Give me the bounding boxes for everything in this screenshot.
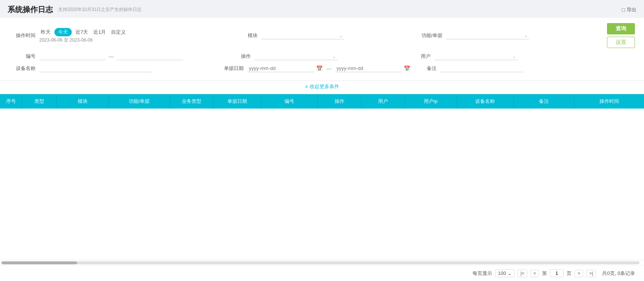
- function-select[interactable]: ⌄: [446, 32, 529, 39]
- col-function: 功能/单据: [109, 94, 170, 109]
- pagination: 每页显示 100 ⌄ |< < 第 页 > >| 共0页, 0条记录: [0, 265, 644, 281]
- time-filter-wrapper: 昨天 今天 近7天 近1月 自定义 2023-06-06 至 2023-06-0…: [39, 28, 127, 43]
- time-range: 2023-06-06 至 2023-06-06: [39, 37, 127, 43]
- table-header: 序号 类型 模块 功能/单据 业务类型 单据日期 编号 操作 用户 用户ip 设…: [0, 94, 644, 109]
- action-buttons: 查询 设置: [607, 23, 635, 48]
- device-label: 设备名称: [9, 65, 36, 72]
- page-size-value: 100: [498, 270, 506, 276]
- table-header-row: 序号 类型 模块 功能/单据 业务类型 单据日期 编号 操作 用户 用户ip 设…: [0, 94, 644, 109]
- filter-row-1: 操作时间 昨天 今天 近7天 近1月 自定义 2023-06-06 至 2023…: [9, 23, 635, 48]
- time-filter-col: 操作时间 昨天 今天 近7天 近1月 自定义 2023-06-06 至 2023…: [9, 28, 231, 43]
- user-col: 用户 ⌄: [404, 53, 584, 60]
- export-label: 导出: [627, 6, 636, 13]
- page-size-label: 每页显示: [473, 270, 492, 277]
- col-user-ip: 用户ip: [405, 94, 457, 109]
- time-btn-custom[interactable]: 自定义: [110, 28, 127, 36]
- page-number-input[interactable]: [550, 269, 564, 277]
- number-input-end[interactable]: [117, 53, 183, 60]
- module-label: 模块: [231, 32, 258, 39]
- collapse-button[interactable]: ∧ 收起更多条件: [305, 83, 339, 90]
- col-voucher-date: 单据日期: [213, 94, 261, 109]
- user-select[interactable]: ⌄: [434, 53, 517, 60]
- col-operation: 操作: [318, 94, 361, 109]
- settings-button[interactable]: 设置: [607, 37, 635, 48]
- table-wrapper: 序号 类型 模块 功能/单据 业务类型 单据日期 编号 操作 用户 用户ip 设…: [0, 94, 644, 260]
- device-input[interactable]: [39, 65, 153, 72]
- collapse-label: 收起更多条件: [310, 83, 339, 90]
- time-btn-yesterday[interactable]: 昨天: [39, 28, 52, 36]
- module-col: 模块 ⌄: [231, 32, 416, 39]
- col-number: 编号: [261, 94, 318, 109]
- scroll-thumb[interactable]: [2, 261, 77, 264]
- col-module: 模块: [57, 94, 109, 109]
- col-user: 用户: [361, 94, 405, 109]
- date-dash: —: [326, 66, 331, 71]
- time-filter-buttons: 昨天 今天 近7天 近1月 自定义: [39, 28, 127, 36]
- voucher-date-label: 单据日期: [217, 65, 244, 72]
- collapse-chevron-icon: ∧: [305, 84, 308, 89]
- function-dropdown-icon: ⌄: [524, 33, 528, 38]
- page-size-arrow: ⌄: [508, 270, 512, 276]
- operation-select[interactable]: ⌄: [255, 53, 338, 60]
- export-button[interactable]: □ 导出: [622, 6, 636, 13]
- remark-input[interactable]: [440, 65, 524, 72]
- filter-row-2: 编号 — 操作 ⌄ 用户 ⌄: [9, 53, 635, 60]
- pagination-summary: 共0页, 0条记录: [602, 270, 635, 277]
- col-index: 序号: [0, 94, 22, 109]
- calendar-start-icon[interactable]: 📅: [316, 65, 323, 71]
- first-page-button[interactable]: |<: [517, 270, 527, 277]
- module-dropdown-icon: ⌄: [339, 33, 343, 38]
- remark-label: 备注: [410, 65, 437, 72]
- filter-area: 操作时间 昨天 今天 近7天 近1月 自定义 2023-06-06 至 2023…: [0, 18, 644, 81]
- horizontal-scrollbar[interactable]: [0, 260, 644, 265]
- header-left: 系统操作日志 支持2020年10月31日之后产生的操作日志: [8, 5, 142, 15]
- time-btn-today[interactable]: 今天: [54, 28, 72, 36]
- voucher-date-col: 单据日期 📅 — 📅: [217, 65, 410, 72]
- operation-label: 操作: [224, 53, 251, 60]
- last-page-button[interactable]: >|: [586, 270, 596, 277]
- time-btn-7days[interactable]: 近7天: [74, 28, 90, 36]
- page-subtitle: 支持2020年10月31日之后产生的操作日志: [58, 6, 142, 13]
- page-suffix: 页: [567, 270, 571, 277]
- filter-row-3: 设备名称 单据日期 📅 — 📅 备注: [9, 65, 635, 72]
- calendar-end-icon[interactable]: 📅: [404, 65, 410, 71]
- export-icon: □: [622, 7, 625, 13]
- scroll-track: [2, 261, 639, 264]
- time-btn-1month[interactable]: 近1月: [92, 28, 107, 36]
- page-container: 系统操作日志 支持2020年10月31日之后产生的操作日志 □ 导出 操作时间 …: [0, 0, 644, 281]
- data-table: 序号 类型 模块 功能/单据 业务类型 单据日期 编号 操作 用户 用户ip 设…: [0, 94, 644, 109]
- page-size-select[interactable]: 100 ⌄: [495, 269, 514, 277]
- col-remark: 备注: [513, 94, 574, 109]
- number-col: 编号 —: [9, 53, 224, 60]
- number-label: 编号: [9, 53, 36, 60]
- number-dash: —: [109, 54, 114, 59]
- module-select[interactable]: ⌄: [261, 32, 344, 39]
- date-range: 📅 — 📅: [247, 65, 410, 72]
- date-start-input[interactable]: [247, 65, 314, 72]
- page-title: 系统操作日志: [8, 5, 53, 15]
- operation-dropdown-icon: ⌄: [332, 54, 336, 59]
- number-input-start[interactable]: [39, 53, 106, 60]
- collapse-bar: ∧ 收起更多条件: [0, 81, 644, 94]
- col-device: 设备名称: [457, 94, 514, 109]
- page-label: 第: [542, 270, 547, 277]
- date-end-input[interactable]: [335, 65, 402, 72]
- page-header: 系统操作日志 支持2020年10月31日之后产生的操作日志 □ 导出: [0, 0, 644, 18]
- col-op-time: 操作时间: [575, 94, 644, 109]
- col-biz-type: 业务类型: [170, 94, 213, 109]
- empty-area: [0, 109, 644, 230]
- user-label: 用户: [404, 53, 431, 60]
- query-button[interactable]: 查询: [607, 23, 635, 34]
- function-col: 功能/单据 ⌄: [416, 32, 601, 39]
- operation-col: 操作 ⌄: [224, 53, 404, 60]
- function-label: 功能/单据: [416, 32, 442, 39]
- next-page-button[interactable]: >: [575, 270, 583, 277]
- device-col: 设备名称: [9, 65, 217, 72]
- remark-col: 备注: [410, 65, 584, 72]
- user-dropdown-icon: ⌄: [512, 54, 516, 59]
- col-type: 类型: [22, 94, 57, 109]
- prev-page-button[interactable]: <: [530, 270, 539, 277]
- time-label: 操作时间: [9, 32, 36, 39]
